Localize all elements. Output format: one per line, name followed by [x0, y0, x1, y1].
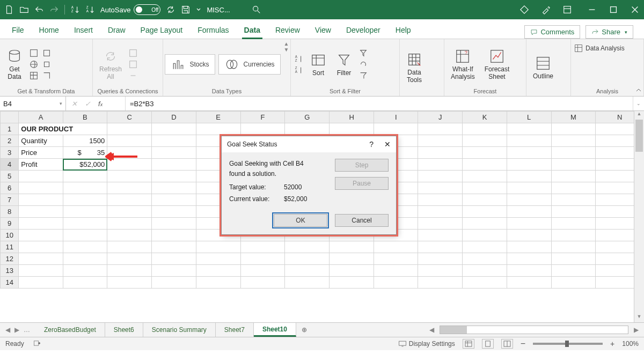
tab-draw[interactable]: Draw	[100, 23, 133, 39]
row-header[interactable]: 10	[1, 230, 19, 241]
view-normal-icon[interactable]	[463, 339, 474, 349]
forecast-sheet-button[interactable]: Forecast Sheet	[481, 47, 513, 81]
filter-button[interactable]: Filter	[333, 51, 355, 78]
data-analysis-button[interactable]: Data Analysis	[574, 44, 625, 53]
existing-connections-icon[interactable]	[42, 60, 52, 69]
hscroll-right[interactable]: ▶	[632, 326, 641, 334]
tab-insert[interactable]: Insert	[67, 23, 100, 39]
sheet-tab[interactable]: Sheet6	[105, 323, 143, 337]
sheet-nav-next[interactable]: ▶	[14, 326, 19, 334]
macro-record-icon[interactable]	[33, 339, 41, 349]
new-file-icon[interactable]	[4, 5, 14, 14]
diamond-icon[interactable]	[519, 5, 529, 14]
tab-page-layout[interactable]: Page Layout	[133, 23, 191, 39]
redo-icon[interactable]	[49, 5, 59, 14]
dialog-close-icon[interactable]: ✕	[384, 140, 391, 149]
data-icon3[interactable]	[42, 71, 52, 80]
row-header[interactable]: 12	[1, 253, 19, 265]
cancel-button[interactable]: Cancel	[335, 214, 389, 227]
view-page-break-icon[interactable]	[501, 339, 513, 349]
col-header[interactable]: E	[196, 112, 240, 123]
display-settings-button[interactable]: Display Settings	[398, 340, 455, 348]
tab-file[interactable]: File	[4, 23, 32, 39]
tab-help[interactable]: Help	[388, 23, 419, 39]
sheet-tab[interactable]: ZeroBasedBudget	[35, 323, 105, 337]
clear-filter-icon[interactable]	[358, 48, 368, 58]
from-text-icon[interactable]	[29, 48, 39, 58]
row-header[interactable]: 2	[1, 135, 19, 147]
share-button[interactable]: Share▾	[586, 25, 633, 39]
row-header[interactable]: 14	[1, 277, 19, 289]
save-icon[interactable]	[181, 5, 191, 14]
col-header[interactable]: I	[374, 112, 418, 123]
select-all-cell[interactable]	[1, 112, 19, 123]
whatif-button[interactable]: ?What-If Analysis	[448, 47, 478, 81]
cell[interactable]: Profit	[19, 159, 63, 171]
col-header[interactable]: B	[63, 112, 107, 123]
collapse-ribbon-icon[interactable]	[635, 87, 642, 94]
row-header[interactable]: 7	[1, 194, 19, 206]
row-header[interactable]: 11	[1, 241, 19, 253]
sheet-nav-more[interactable]: …	[24, 326, 30, 334]
view-page-layout-icon[interactable]	[482, 339, 494, 349]
hscroll-left[interactable]: ◀	[427, 326, 436, 334]
refresh-all-button[interactable]: Refresh All	[96, 47, 125, 81]
horizontal-scrollbar[interactable]	[440, 326, 628, 334]
row-header[interactable]: 3	[1, 147, 19, 159]
row-header[interactable]: 4	[1, 159, 19, 171]
queries-icon[interactable]	[128, 48, 138, 58]
tab-review[interactable]: Review	[268, 23, 308, 39]
outline-button[interactable]: Outline	[530, 54, 557, 81]
ok-button[interactable]: OK	[274, 214, 327, 227]
from-web-icon[interactable]	[29, 60, 39, 69]
tab-formulas[interactable]: Formulas	[190, 23, 236, 39]
open-folder-icon[interactable]	[19, 5, 29, 14]
edit-links-icon[interactable]	[128, 71, 138, 80]
sheet-tab[interactable]: Sheet7	[216, 323, 254, 337]
currencies-datatype[interactable]: Currencies	[218, 54, 281, 75]
help-icon[interactable]: ?	[369, 140, 374, 149]
search-icon[interactable]	[252, 5, 261, 14]
sort-za-small-icon[interactable]: ZA	[294, 65, 304, 75]
row-header[interactable]: 9	[1, 218, 19, 230]
cell[interactable]: Quantity	[19, 135, 63, 147]
new-sheet-button[interactable]: ⊕	[296, 323, 312, 337]
col-header[interactable]: M	[551, 112, 596, 123]
sort-az-icon[interactable]: AZ	[70, 5, 80, 14]
zoom-slider[interactable]	[533, 343, 603, 345]
undo-dropdown-icon[interactable]	[34, 5, 44, 14]
stocks-datatype[interactable]: Stocks	[165, 54, 215, 75]
col-header[interactable]: C	[107, 112, 152, 123]
active-cell[interactable]: $52,000	[63, 159, 107, 171]
col-header[interactable]: G	[285, 112, 330, 123]
vertical-scrollbar[interactable]: ▲ ▼	[634, 111, 644, 322]
recent-sources-icon[interactable]	[42, 48, 52, 58]
zoom-out-button[interactable]: −	[521, 339, 525, 349]
ribbon-options-icon[interactable]	[562, 5, 572, 14]
row-header[interactable]: 8	[1, 206, 19, 218]
col-header[interactable]: L	[507, 112, 551, 123]
cell[interactable]: OUR PRODUCT	[19, 123, 107, 135]
datatypes-more[interactable]: ▲▼	[284, 41, 289, 53]
sort-za-icon[interactable]: ZA	[85, 5, 95, 14]
cell[interactable]: Price	[19, 147, 63, 159]
expand-formula-bar[interactable]: ⌄	[633, 97, 644, 110]
from-table-icon[interactable]	[29, 71, 39, 80]
zoom-in-button[interactable]: +	[610, 339, 614, 348]
col-header[interactable]: D	[152, 112, 196, 123]
brush-icon[interactable]	[541, 5, 551, 14]
maximize-icon[interactable]	[609, 5, 618, 14]
name-box[interactable]: B4▾	[0, 97, 66, 110]
enter-formula-icon[interactable]: ✓	[85, 100, 91, 108]
sheet-tab-active[interactable]: Sheet10	[254, 323, 296, 337]
formula-bar[interactable]: =B2*B3	[125, 97, 633, 110]
sheet-tab[interactable]: Scenario Summary	[143, 323, 216, 337]
sort-az-small-icon[interactable]: AZ	[294, 54, 304, 64]
col-header[interactable]: H	[330, 112, 374, 123]
row-header[interactable]: 6	[1, 182, 19, 194]
sheet-nav-prev[interactable]: ◀	[5, 326, 10, 334]
properties-icon[interactable]	[128, 60, 138, 69]
refresh-icon[interactable]	[166, 5, 175, 14]
tab-view[interactable]: View	[308, 23, 339, 39]
zoom-value[interactable]: 100%	[622, 340, 639, 348]
